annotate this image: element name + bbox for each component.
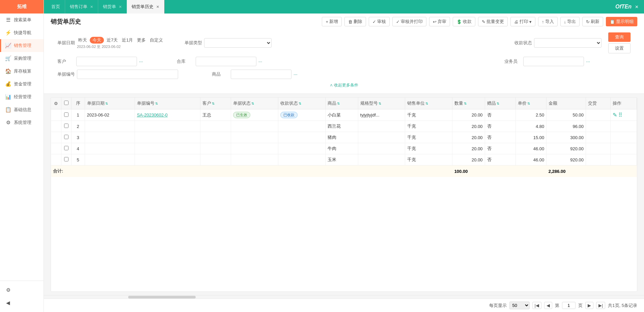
prev-page-button[interactable]: ◀ — [544, 302, 552, 309]
sidebar-item-basic-info[interactable]: 📋 基础信息 — [0, 103, 44, 116]
row-customer — [200, 132, 231, 143]
export-button[interactable]: ↓ 导出 — [560, 17, 580, 26]
row-check[interactable] — [61, 143, 71, 154]
col-goods[interactable]: 商品⇅ — [325, 98, 358, 109]
more-icon[interactable]: ⠿ — [618, 112, 622, 118]
col-quantity[interactable]: 数量⇅ — [452, 98, 485, 109]
sidebar: 拓维 ☰ 搜索菜单 ⚡ 快捷导航 📈 销售管理 🛒 采购管理 🏠 库存核算 💰 … — [0, 0, 44, 312]
goods-input[interactable] — [231, 70, 291, 79]
sidebar-collapse-icon[interactable]: ◀ — [0, 296, 44, 309]
col-payment-status[interactable]: 收款状态⇅ — [278, 98, 325, 109]
row-check[interactable] — [61, 109, 71, 121]
row-checkbox[interactable] — [64, 135, 68, 139]
sidebar-item-label: 基础信息 — [14, 107, 31, 113]
warehouse-input[interactable] — [196, 57, 256, 66]
scroll-thumb[interactable] — [128, 296, 196, 298]
add-button[interactable]: + 新增 — [322, 17, 342, 26]
col-gift[interactable]: 赠品⇅ — [485, 98, 515, 109]
topbar-close-btn[interactable]: ✕ — [635, 4, 639, 9]
print-button[interactable]: 🖨 打印 ▾ — [510, 17, 535, 26]
sidebar-item-operations-mgmt[interactable]: 📊 经营管理 — [0, 90, 44, 103]
row-check[interactable] — [61, 121, 71, 132]
payment-status-select[interactable] — [534, 38, 601, 48]
collapse-button[interactable]: ∧ 收起更多条件 — [330, 82, 358, 88]
first-page-button[interactable]: |◀ — [532, 302, 541, 309]
tab-home[interactable]: 首页 — [47, 0, 65, 14]
row-checkbox[interactable] — [64, 124, 68, 128]
sidebar-item-inventory[interactable]: 🏠 库存核算 — [0, 65, 44, 78]
salesperson-input[interactable] — [523, 57, 584, 66]
sidebar-item-finance-mgmt[interactable]: 💰 资金管理 — [0, 78, 44, 90]
doc-type-select[interactable] — [204, 38, 272, 48]
tab-sales-order-close[interactable]: ✕ — [90, 5, 93, 9]
set-button[interactable]: 设置 — [608, 43, 631, 53]
col-check[interactable] — [61, 98, 71, 109]
settings-gear-icon[interactable]: ⚙ — [54, 101, 58, 106]
edit-icon[interactable]: ✎ — [613, 112, 617, 118]
warehouse-picker-icon[interactable]: ··· — [258, 59, 262, 64]
sidebar-item-quick-nav[interactable]: ⚡ 快捷导航 — [0, 26, 44, 39]
col-doc-status[interactable]: 单据状态⇅ — [231, 98, 278, 109]
audit-button[interactable]: ✓ 审核 — [369, 17, 390, 26]
tab-sales-history-close[interactable]: ✕ — [156, 5, 159, 9]
row-checkbox[interactable] — [64, 112, 68, 117]
last-page-button[interactable]: ▶| — [596, 302, 605, 309]
salesperson-picker-icon[interactable]: ··· — [586, 59, 590, 64]
doc-no-input[interactable] — [77, 70, 178, 79]
query-set-group: 查询 设置 — [608, 32, 631, 53]
sidebar-item-search-menu[interactable]: ☰ 搜索菜单 — [0, 14, 44, 26]
sidebar-item-sales-mgmt[interactable]: 📈 销售管理 — [0, 39, 44, 52]
customer-picker-icon[interactable]: ··· — [139, 59, 143, 64]
page-title: 销货单历史 — [51, 18, 81, 26]
row-checkbox[interactable] — [64, 146, 68, 150]
audit-print-button[interactable]: ✓ 审核并打印 — [392, 17, 426, 26]
page-number-input[interactable] — [562, 302, 576, 309]
delete-button[interactable]: 🗑 删除 — [344, 17, 366, 26]
tab-sales-goods[interactable]: 销货单 ✕ — [98, 0, 127, 14]
horizontal-scrollbar[interactable] — [44, 295, 644, 298]
tab-sales-goods-close[interactable]: ✕ — [119, 5, 122, 9]
shortcut-1month[interactable]: 近1月 — [120, 37, 134, 44]
refresh-button[interactable]: ↻ 刷新 — [582, 17, 603, 26]
page-size-select[interactable]: 50 100 200 — [509, 302, 530, 309]
tab-sales-history[interactable]: 销货单历史 ✕ — [127, 0, 164, 14]
sidebar-item-purchase-mgmt[interactable]: 🛒 采购管理 — [0, 52, 44, 65]
col-doc-no[interactable]: 单据编号⇅ — [135, 98, 200, 109]
toolbar: + 新增 🗑 删除 ✓ 审核 ✓ 审核并打印 — [322, 17, 637, 26]
pagination: 每页显示 50 100 200 |◀ ◀ 第 页 ▶ ▶| 共1页, 5条记录 — [44, 298, 644, 312]
tab-sales-order[interactable]: 销售订单 ✕ — [65, 0, 98, 14]
col-doc-date[interactable]: 单据日期⇅ — [85, 98, 135, 109]
import-button[interactable]: ↑ 导入 — [538, 17, 558, 26]
sidebar-item-system-mgmt[interactable]: ⚙ 系统管理 — [0, 116, 44, 129]
col-settings[interactable]: ⚙ — [51, 98, 61, 109]
shortcut-yesterday[interactable]: 昨天 — [77, 37, 88, 44]
select-all-checkbox[interactable] — [64, 101, 68, 105]
row-transaction — [586, 132, 610, 143]
gear-icon: ⚙ — [5, 287, 11, 293]
row-goods: 西兰花 — [325, 121, 358, 132]
col-sales-unit[interactable]: 销售单位⇅ — [405, 98, 452, 109]
col-customer[interactable]: 客户⇅ — [200, 98, 231, 109]
row-checkbox[interactable] — [64, 157, 68, 161]
sidebar-settings-icon[interactable]: ⚙ — [0, 284, 44, 296]
col-unit-price[interactable]: 单价⇅ — [515, 98, 546, 109]
goods-picker-icon[interactable]: ··· — [293, 72, 298, 77]
abandon-button[interactable]: ↩ 弃审 — [429, 17, 450, 26]
filter-salesperson: 业务员 ··· — [504, 57, 590, 66]
shortcut-today[interactable]: 今天 — [90, 37, 104, 44]
next-page-button[interactable]: ▶ — [585, 302, 593, 309]
show-detail-button[interactable]: 📋 显示明细 — [606, 17, 637, 26]
shortcut-more[interactable]: 更多 — [136, 37, 147, 44]
shortcut-custom[interactable]: 自定义 — [148, 37, 164, 44]
batch-change-button[interactable]: ✎ 批量变更 — [478, 17, 508, 26]
row-action: ✎⠿ — [610, 109, 637, 121]
col-spec-type[interactable]: 规格型号⇅ — [358, 98, 405, 109]
query-button[interactable]: 查询 — [608, 32, 631, 42]
shortcut-7days[interactable]: 近7天 — [105, 37, 119, 44]
receive-button[interactable]: 💲 收款 — [453, 17, 475, 26]
row-check[interactable] — [61, 132, 71, 143]
doc-no-link[interactable]: SA-20230602-0 — [137, 112, 168, 118]
row-check[interactable] — [61, 154, 71, 165]
row-customer — [200, 121, 231, 132]
customer-input[interactable] — [76, 57, 137, 66]
